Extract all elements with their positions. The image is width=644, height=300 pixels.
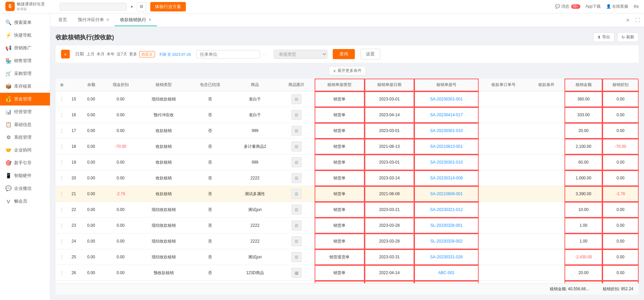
cell-receipt-order — [479, 249, 529, 265]
bill-no-link[interactable]: SA-20230414-017 — [430, 113, 463, 117]
business-icon: 📊 — [5, 109, 11, 115]
cell-gear[interactable]: ⋮ — [56, 91, 68, 107]
date-option-last-month[interactable]: 上月 — [87, 51, 95, 57]
cell-cancel-type: 现结收款核销 — [139, 91, 189, 107]
table-header-row: ⚙ 余额 现金折扣 核销类型 包含已结清 商品 商品图片 核销单据类型 核销 — [56, 79, 639, 91]
tab-prepay[interactable]: 预付冲应付单 ✕ — [72, 14, 115, 26]
query-button[interactable]: 查询 — [333, 49, 355, 59]
partner-input[interactable] — [196, 50, 260, 58]
online-service-link[interactable]: 👤 在线客服 — [606, 4, 628, 9]
table-row: ⋮ 23 0.00 0.00 现结收款核销 否 2222 🖼 销货单 2023-… — [56, 218, 639, 233]
cell-cash-discount: -2.76 — [103, 186, 139, 202]
cell-cancel-type: 收款核销 — [139, 170, 189, 186]
cell-gear[interactable]: ⋮ — [56, 107, 68, 123]
cell-gear[interactable]: ⋮ — [56, 202, 68, 218]
bill-type-select[interactable]: 单据类型 — [274, 50, 327, 59]
sidebar-item-basic-info[interactable]: 📋 基础信息 — [0, 118, 50, 131]
sidebar-item-purchase[interactable]: 🛒 采购管理 — [0, 67, 50, 80]
bill-no-link[interactable]: SA-20230321-012 — [430, 207, 463, 212]
export-button[interactable]: ⬆ 导出 — [593, 32, 614, 42]
sidebar-item-search-menu[interactable]: 🔍 搜索菜单 — [0, 16, 50, 29]
bill-no-link[interactable]: ABC-001 — [438, 270, 455, 275]
cell-gear[interactable]: ⋮ — [56, 233, 68, 249]
tab-collection[interactable]: 收款核销执行 ✕ — [115, 14, 157, 26]
cell-gear[interactable]: ⋮ — [56, 186, 68, 202]
app-download-link[interactable]: App下载 — [586, 4, 601, 9]
sidebar-item-enterprise-wechat[interactable]: 💬 企业微信 — [0, 182, 50, 195]
bill-no-link[interactable]: SA-20230314-008 — [430, 176, 463, 180]
bill-no-link[interactable]: SL-20230328-001 — [430, 223, 463, 228]
date-option-7days[interactable]: 近7天 — [117, 51, 127, 57]
date-option-this-year[interactable]: 本年 — [107, 51, 115, 57]
cell-bill-type: 销货单 — [315, 155, 365, 170]
cell-gear[interactable]: ⋮ — [56, 170, 68, 186]
sidebar-label-system: 系统管理 — [14, 134, 32, 140]
bill-no-link[interactable]: SA-20210813-001 — [430, 144, 463, 149]
cell-receipt-order — [479, 186, 529, 202]
filter-bar: » 日期 上月 本月 本年 近7天 更多 自定义 不限 至 2023-07-26 — [56, 45, 639, 63]
partner-dots[interactable]: ··· — [263, 52, 268, 57]
cell-gear[interactable]: ⋮ — [56, 123, 68, 139]
product-image: 🖼 — [291, 157, 302, 167]
top-search-input[interactable] — [60, 3, 127, 11]
bill-no-link[interactable]: SL-20230328-002 — [430, 239, 463, 244]
cell-gear[interactable]: ⋮ — [56, 281, 68, 284]
date-custom-btn[interactable]: 自定义 — [139, 51, 155, 57]
sidebar-item-vip[interactable]: V 畅会员 — [0, 195, 50, 208]
cell-gear[interactable]: ⋮ — [56, 249, 68, 265]
close-window-btn[interactable]: ✕ — [625, 16, 631, 24]
cell-gear[interactable]: ⋮ — [56, 265, 68, 281]
sidebar-item-enterprise-coop[interactable]: 🤝 企业协同 — [0, 144, 50, 157]
sidebar-item-business[interactable]: 📊 经营管理 — [0, 105, 50, 118]
user-avatar[interactable]: Rit — [634, 4, 639, 9]
cell-gear[interactable]: ⋮ — [56, 218, 68, 233]
table-row: ⋮ 17 0.00 0.00 收款核销 否 999 🖼 销货单 2023-03-… — [56, 123, 639, 139]
sidebar-item-inventory[interactable]: 📦 库存核算 — [0, 80, 50, 93]
industry-btn[interactable]: 体验行业方案 — [150, 2, 186, 11]
refresh-button[interactable]: ↻ 刷新 — [617, 32, 639, 42]
top-bar: 6 畅捷通谱好生意 标准版 ▾ ⚙ 体验行业方案 💬 消息 99+ App下载 … — [0, 0, 644, 13]
sidebar-item-quick-nav[interactable]: ⚡ 快捷导航 — [0, 29, 50, 42]
bill-no-link[interactable]: SA-20210808-001 — [430, 191, 463, 196]
filter-settings-button[interactable]: 设置 — [360, 49, 380, 59]
bill-no-link[interactable]: SA-20230301-010 — [430, 128, 463, 133]
cell-product-img: 🖼 — [278, 186, 315, 202]
bill-no-link[interactable]: SA-20230301-010 — [430, 160, 463, 165]
tab-home[interactable]: 首页 — [53, 14, 72, 26]
table-scroll-area[interactable]: ⚙ 余额 现金折扣 核销类型 包含已结清 商品 商品图片 核销单据类型 核销 — [56, 79, 639, 283]
date-option-this-month[interactable]: 本月 — [97, 51, 105, 57]
sidebar-item-system[interactable]: ⚙ 系统管理 — [0, 131, 50, 144]
bill-no-link[interactable]: SA-20230301-001 — [430, 97, 463, 101]
cell-receipt-cond — [528, 170, 565, 186]
data-table-container: ⚙ 余额 现金折扣 核销类型 包含已结清 商品 商品图片 核销单据类型 核销 — [56, 79, 639, 295]
column-settings-icon[interactable]: ⚙ — [60, 83, 64, 87]
th-gear[interactable]: ⚙ — [56, 79, 68, 91]
cell-bill-type: 销货单 — [315, 233, 365, 249]
product-image: 🖼 — [291, 236, 302, 246]
sidebar-label-inventory: 库存核算 — [14, 83, 32, 89]
maximize-window-btn[interactable]: ⛶ — [634, 16, 641, 24]
cell-product-img: 🖼 — [278, 107, 315, 123]
cell-cash-discount: 0.00 — [103, 233, 139, 249]
settings-gear-button[interactable]: ⚙ — [137, 2, 146, 11]
cell-bill-date: 2022-04-14 — [365, 265, 415, 281]
expand-more-btn[interactable]: ∨ 展开更多条件 — [329, 66, 366, 75]
cell-gear[interactable]: ⋮ — [56, 155, 68, 170]
product-image: 🖼 — [291, 173, 302, 183]
cell-gear[interactable]: ⋮ — [56, 139, 68, 155]
sidebar-item-finance[interactable]: 💰 资金管理 — [0, 93, 50, 105]
sidebar-item-marketing[interactable]: 📢 营销推广 — [0, 42, 50, 54]
cell-bill-no: SA-20230301-010 — [414, 155, 478, 170]
filter-expand-btn[interactable]: » — [61, 50, 70, 58]
cell-receipt-cond — [528, 123, 565, 139]
sidebar-item-sales[interactable]: 🏪 销售管理 — [0, 54, 50, 67]
tab-collection-close[interactable]: ✕ — [148, 17, 152, 22]
sidebar-item-newbie[interactable]: 🎯 新手引导 — [0, 157, 50, 169]
tab-prepay-close[interactable]: ✕ — [106, 17, 109, 22]
top-dropdown[interactable]: ▾ — [131, 4, 133, 9]
notification-area[interactable]: 💬 消息 99+ — [555, 4, 580, 9]
date-option-more[interactable]: 更多 — [129, 51, 137, 57]
bill-no-link[interactable]: SA-20230331-026 — [430, 255, 463, 259]
date-filter-label: 日期 — [75, 51, 84, 57]
sidebar-item-smart-hw[interactable]: 📱 智能硬件 — [0, 169, 50, 182]
